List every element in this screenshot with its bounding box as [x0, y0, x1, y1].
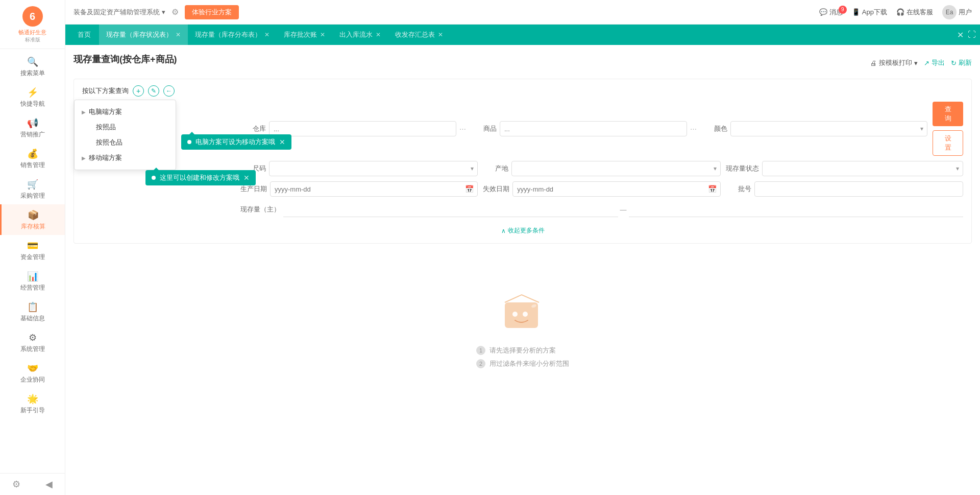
svg-point-1	[512, 312, 518, 317]
scheme-item-2[interactable]: 按照仓品	[89, 135, 176, 150]
refresh-action[interactable]: ↻ 刷新	[951, 58, 972, 67]
tab-inventory-dist[interactable]: 现存量（库存分布表） ✕	[188, 25, 277, 45]
back-scheme-button[interactable]: ←	[163, 85, 175, 97]
filter-toolbar-left: 按以下方案查询 + ✎ ←	[82, 85, 175, 97]
collapse-up-icon: ∧	[501, 227, 506, 234]
sidebar-item-finance[interactable]: 💳 资金管理	[0, 235, 65, 266]
dropdown-arrow-icon: ▾	[162, 8, 165, 16]
sidebar-item-marketing[interactable]: 📢 营销推广	[0, 112, 65, 143]
tab-inventory-dist-close[interactable]: ✕	[264, 31, 270, 38]
refresh-icon: ↻	[951, 59, 957, 67]
origin-select[interactable]	[511, 161, 720, 176]
settings-bottom-icon[interactable]: ⚙	[12, 479, 20, 490]
collapse-filter-bar[interactable]: ∧ 收起更多条件	[82, 222, 963, 237]
warehouse-input[interactable]	[269, 121, 456, 136]
tab-inventory-status-label: 现存量（库存状况表）	[106, 30, 173, 39]
tab-batch-account-label: 库存批次账	[284, 30, 317, 39]
notification-action[interactable]: 💬 消息 9	[819, 8, 843, 17]
export-action[interactable]: ↗ 导出	[924, 58, 945, 67]
batch-no-input[interactable]	[754, 181, 963, 197]
filter-toolbar: 按以下方案查询 + ✎ ←	[82, 85, 963, 97]
filter-batch-no: 批号	[726, 181, 963, 197]
sidebar-item-collab[interactable]: 🤝 企业协同	[0, 358, 65, 388]
empty-hints: 1 请先选择要分析的方案 2 用过滤条件来缩小分析范围	[476, 346, 569, 372]
main-area: 装备及固定资产辅助管理系统 ▾ ⚙ 体验行业方案 💬 消息 9 📱 App下载 …	[65, 0, 980, 495]
scheme-section-mobile[interactable]: ▶ 移动端方案	[75, 150, 176, 166]
scheme-mobile-triangle-icon: ▶	[82, 155, 86, 161]
logo-icon: 6	[22, 6, 43, 27]
search-button[interactable]: 查询	[933, 102, 963, 126]
scheme-item-1[interactable]: 按照品	[89, 120, 176, 135]
tooltip2-close-icon[interactable]: ✕	[243, 174, 250, 182]
stock-qty-from[interactable]	[283, 202, 618, 217]
sidebar: 6 畅通好生意 标准版 🔍 搜索菜单 ⚡ 快捷导航 📢 营销推广 💰 销售管理 …	[0, 0, 65, 495]
tab-receive-summary-label: 收发存汇总表	[395, 30, 435, 39]
purchase-icon: 🛒	[27, 179, 38, 190]
tab-inout-flow-close[interactable]: ✕	[376, 31, 381, 38]
sidebar-item-search[interactable]: 🔍 搜索菜单	[0, 51, 65, 82]
page-title: 现存量查询(按仓库+商品)	[74, 53, 177, 65]
notification-badge: 9	[839, 6, 847, 14]
size-select[interactable]	[269, 161, 478, 176]
filter-row-3: 生产日期 📅 失效日期 📅 批号	[240, 181, 963, 197]
sidebar-item-system[interactable]: ⚙ 系统管理	[0, 327, 65, 358]
tab-inventory-status[interactable]: 现存量（库存状况表） ✕	[99, 25, 188, 45]
sidebar-item-basicinfo[interactable]: 📋 基础信息	[0, 296, 65, 327]
sidebar-item-purchase[interactable]: 🛒 采购管理	[0, 174, 65, 204]
color-select[interactable]	[730, 121, 927, 136]
filter-area: 按以下方案查询 + ✎ ← ▶ 电脑端方案 按照品	[74, 79, 972, 244]
tab-home[interactable]: 首页	[69, 25, 99, 45]
tab-batch-account-close[interactable]: ✕	[320, 31, 325, 38]
scheme-panel: ▶ 电脑端方案 按照品 按照仓品 ▶ 移动端方案	[74, 100, 176, 170]
system-selector[interactable]: 装备及固定资产辅助管理系统 ▾	[74, 8, 165, 17]
prod-date-start-wrap: 📅	[270, 181, 478, 197]
prod-date-start[interactable]	[270, 181, 478, 197]
trial-button[interactable]: 体验行业方案	[185, 5, 239, 19]
tab-receive-summary-close[interactable]: ✕	[438, 31, 443, 38]
tooltip-dot-icon	[187, 140, 191, 144]
stock-status-select[interactable]	[762, 161, 963, 176]
tab-receive-summary[interactable]: 收发存汇总表 ✕	[388, 25, 450, 45]
filter-label: 按以下方案查询	[82, 86, 129, 96]
sidebar-item-quicknav[interactable]: ⚡ 快捷导航	[0, 82, 65, 112]
size-select-wrap	[269, 161, 478, 176]
sidebar-item-sales[interactable]: 💰 销售管理	[0, 143, 65, 174]
online-support-action[interactable]: 🎧 在线客服	[896, 8, 933, 17]
sidebar-item-operations[interactable]: 📊 经营管理	[0, 266, 65, 296]
tab-batch-account[interactable]: 库存批次账 ✕	[277, 25, 332, 45]
sidebar-item-guide[interactable]: 🌟 新手引导	[0, 388, 65, 419]
add-scheme-button[interactable]: +	[133, 85, 144, 97]
filter-stock-qty: 现存量（主） —	[240, 202, 963, 217]
stock-qty-to[interactable]	[629, 202, 964, 217]
collapse-sidebar-icon[interactable]: ◀	[45, 479, 53, 490]
empty-state: 1 请先选择要分析的方案 2 用过滤条件来缩小分析范围	[74, 244, 972, 413]
scheme-section-desktop[interactable]: ▶ 电脑端方案	[75, 104, 176, 120]
filter-origin: 产地	[483, 161, 720, 176]
tabs-expand-icon[interactable]: ⛶	[968, 30, 976, 40]
sidebar-item-inventory[interactable]: 📦 库存核算	[0, 204, 65, 235]
tooltip1-close-icon[interactable]: ✕	[279, 138, 285, 146]
reset-button[interactable]: 设置	[933, 130, 963, 156]
goods-input[interactable]	[500, 121, 687, 136]
user-action[interactable]: Ea 用户	[942, 5, 972, 19]
tabs-close-all-icon[interactable]: ✕	[957, 30, 964, 40]
sales-icon: 💰	[27, 148, 38, 159]
tab-inventory-status-close[interactable]: ✕	[176, 31, 181, 38]
message-icon: 💬	[819, 8, 827, 16]
tab-inout-flow[interactable]: 出入库流水 ✕	[332, 25, 388, 45]
user-label: 用户	[959, 8, 972, 17]
svg-point-2	[523, 312, 528, 317]
print-action[interactable]: 🖨 按模板打印 ▾	[870, 58, 918, 67]
header-settings-icon[interactable]: ⚙	[172, 7, 179, 17]
logo-text: 畅通好生意	[18, 29, 46, 36]
edit-scheme-button[interactable]: ✎	[148, 85, 159, 97]
stock-qty-range: —	[283, 202, 963, 217]
empty-hint-1: 1 请先选择要分析的方案	[476, 346, 569, 355]
expiry-date-input[interactable]	[512, 181, 720, 197]
inventory-icon: 📦	[28, 209, 39, 221]
basicinfo-icon: 📋	[27, 301, 38, 313]
app-download-action[interactable]: 📱 App下载	[852, 8, 887, 17]
tabs-bar: 首页 现存量（库存状况表） ✕ 现存量（库存分布表） ✕ 库存批次账 ✕ 出入库…	[65, 25, 980, 45]
color-select-wrap	[730, 121, 927, 136]
print-dropdown-icon: ▾	[914, 59, 918, 67]
